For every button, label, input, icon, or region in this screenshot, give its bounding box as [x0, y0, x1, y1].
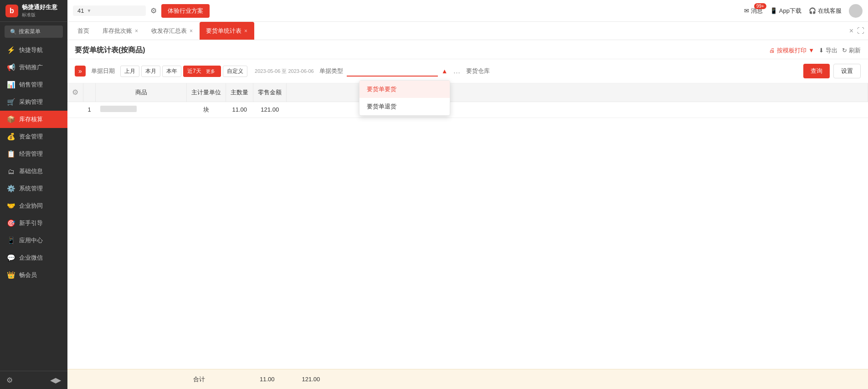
sidebar-item-label: 企业协同 [19, 202, 61, 210]
filter-more-dots[interactable]: … [453, 67, 461, 75]
filter-type-section: 单据类型 ▲ … [319, 66, 461, 77]
sidebar-item-label: 基础信息 [19, 167, 61, 175]
td-amount: 121.00 [253, 102, 287, 118]
sidebar-item-label: 采购管理 [19, 98, 61, 106]
tab-sales-summary-close[interactable]: × [190, 28, 193, 34]
tab-batch-account-close[interactable]: × [135, 28, 138, 34]
app-download-action[interactable]: 📱 App下载 [770, 7, 801, 15]
sidebar-item-sales[interactable]: 📊 销售管理 [0, 76, 67, 93]
sidebar-item-finance[interactable]: 💰 资金管理 [0, 128, 67, 145]
date-btn-last-month[interactable]: 上月 [120, 66, 139, 77]
search-icon: 🔍 [10, 29, 17, 35]
print-dropdown-icon[interactable]: ▼ [808, 47, 814, 54]
sidebar-item-wechat[interactable]: 💬 企业微信 [0, 249, 67, 266]
top-header: 41 ▼ ⚙ 体验行业方案 ✉ 消息 99+ 📱 App下载 🎧 在线客服 [67, 0, 868, 22]
guide-icon: 🎯 [6, 219, 15, 227]
sidebar-nav: ⚡ 快捷导航 📢 营销推广 📊 销售管理 🛒 采购管理 📦 库存核算 💰 资金管… [0, 41, 67, 371]
main-area: 41 ▼ ⚙ 体验行业方案 ✉ 消息 99+ 📱 App下载 🎧 在线客服 [67, 0, 868, 389]
header-dropdown-icon[interactable]: ▼ [87, 8, 91, 13]
td-settings [67, 102, 83, 118]
tab-goods-stats-close[interactable]: × [244, 28, 247, 34]
app-title: 畅捷通好生意 [22, 3, 57, 11]
sidebar-item-app-center[interactable]: 📱 应用中心 [0, 232, 67, 249]
operation-icon: 📋 [6, 150, 15, 158]
header-gear-icon[interactable]: ⚙ [150, 6, 157, 15]
header-search-box[interactable]: 41 ▼ [73, 5, 146, 16]
page-title: 要货单统计表(按商品) [75, 46, 145, 55]
purchase-icon: 🛒 [6, 98, 15, 106]
table-row: 1 块 11.00 121.00 [67, 102, 868, 118]
table-settings-icon[interactable]: ⚙ [72, 88, 78, 96]
sidebar-item-operation[interactable]: 📋 经营管理 [0, 145, 67, 163]
sidebar-item-guide[interactable]: 🎯 新手引导 [0, 215, 67, 232]
dropdown-option-goods-return[interactable]: 要货单退货 [360, 98, 450, 115]
service-icon: 🎧 [809, 7, 816, 14]
sidebar-item-basic[interactable]: 🗂 基础信息 [0, 163, 67, 180]
app-subtitle: 标准版 [22, 12, 57, 18]
sidebar-item-system[interactable]: ⚙️ 系统管理 [0, 180, 67, 197]
footer-total-amount: 121.00 [302, 376, 320, 383]
filter-expand-btn[interactable]: » [75, 66, 86, 77]
dropdown-option-goods-order[interactable]: 要货单要货 [360, 81, 450, 98]
type-filter-input[interactable] [347, 66, 438, 77]
date-filter-label: 单据日期 [91, 67, 115, 75]
sidebar-item-marketing[interactable]: 📢 营销推广 [0, 59, 67, 76]
tab-sales-summary-label: 收发存汇总表 [151, 27, 187, 35]
sidebar-item-inventory[interactable]: 📦 库存核算 [0, 111, 67, 128]
header-right: ✉ 消息 99+ 📱 App下载 🎧 在线客服 [744, 4, 863, 18]
collapse-icon[interactable]: ◀▶ [50, 376, 61, 384]
sidebar-item-label: 新手引导 [19, 219, 61, 227]
sidebar-item-label: 企业微信 [19, 254, 61, 262]
sidebar-item-label: 营销推广 [19, 63, 61, 72]
type-dropdown-menu: 要货单要货 要货单退货 [359, 80, 450, 116]
enterprise-icon: 🤝 [6, 202, 15, 210]
td-quantity: 11.00 [226, 102, 253, 118]
th-settings[interactable]: ⚙ [67, 83, 83, 102]
date-btn-7days[interactable]: 近7天 更多 [183, 66, 221, 77]
type-dropdown-arrow[interactable]: ▲ [442, 67, 448, 75]
sidebar-item-purchase[interactable]: 🛒 采购管理 [0, 93, 67, 111]
date-btn-this-month[interactable]: 本月 [141, 66, 160, 77]
table-body: 1 块 11.00 121.00 [67, 102, 868, 118]
settings-footer-icon[interactable]: ⚙ [6, 376, 13, 384]
warehouse-filter-label: 要货仓库 [466, 67, 490, 75]
print-icon: 🖨 [769, 47, 775, 54]
tab-sales-summary[interactable]: 收发存汇总表 × [145, 22, 200, 40]
tab-goods-stats-label: 要货单统计表 [206, 27, 241, 35]
export-btn[interactable]: ⬇ 导出 [819, 46, 837, 55]
online-service-action[interactable]: 🎧 在线客服 [809, 7, 842, 15]
tab-batch-account[interactable]: 库存批次账 × [96, 22, 145, 40]
system-icon: ⚙️ [6, 184, 15, 193]
date-btn-this-year[interactable]: 本年 [162, 66, 181, 77]
setup-btn[interactable]: 设置 [833, 64, 861, 78]
print-label: 按模板打印 [777, 46, 806, 55]
sidebar-footer: ⚙ ◀▶ [0, 371, 67, 389]
print-btn[interactable]: 🖨 按模板打印 ▼ [769, 46, 814, 55]
refresh-label: 刷新 [849, 46, 861, 55]
tab-goods-stats[interactable]: 要货单统计表 × [200, 22, 254, 40]
tab-home[interactable]: 首页 [71, 22, 96, 40]
sidebar-search[interactable]: 🔍 搜索菜单 [5, 26, 63, 38]
footer-total-quantity: 11.00 [260, 376, 275, 383]
refresh-btn[interactable]: ↻ 刷新 [842, 46, 861, 55]
messages-action[interactable]: ✉ 消息 99+ [744, 7, 763, 15]
user-avatar[interactable] [849, 4, 863, 18]
trial-btn[interactable]: 体验行业方案 [161, 4, 210, 18]
sidebar-item-members[interactable]: 👑 畅会员 [0, 266, 67, 284]
expand-icon: » [78, 67, 82, 75]
logo-icon: b [5, 5, 18, 17]
sidebar: b 畅捷通好生意 标准版 🔍 搜索菜单 ⚡ 快捷导航 📢 营销推广 📊 销售管理… [0, 0, 67, 389]
query-btn[interactable]: 查询 [803, 64, 830, 78]
product-placeholder [100, 106, 137, 112]
sidebar-item-quick-nav[interactable]: ⚡ 快捷导航 [0, 41, 67, 59]
filter-bar: » 单据日期 上月 本月 本年 近7天 更多 自定义 2023-05-06 至 … [67, 59, 868, 83]
sidebar-item-label: 系统管理 [19, 184, 61, 193]
tabs-close-icon[interactable]: × [849, 27, 853, 35]
tabs-expand-icon[interactable]: ⛶ [857, 27, 864, 35]
sidebar-item-label: 经营管理 [19, 150, 61, 158]
th-product: 商品 [96, 83, 187, 102]
tab-home-label: 首页 [77, 27, 89, 35]
date-btn-custom[interactable]: 自定义 [223, 66, 247, 77]
tabs-bar: 首页 库存批次账 × 收发存汇总表 × 要货单统计表 × × ⛶ [67, 22, 868, 40]
sidebar-item-enterprise[interactable]: 🤝 企业协同 [0, 197, 67, 215]
